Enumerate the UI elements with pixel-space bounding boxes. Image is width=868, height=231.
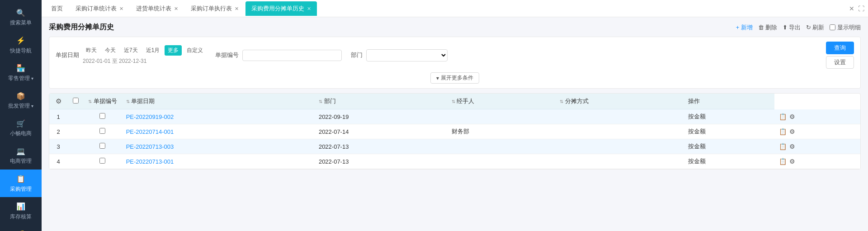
show-columns-checkbox[interactable] <box>830 24 835 30</box>
sort-icon-dept[interactable]: ⇅ <box>319 99 322 104</box>
row-checkbox-2[interactable] <box>99 143 105 149</box>
row-check-0 <box>84 109 122 124</box>
col-header-doc-no: ⇅ 单据编号 <box>84 94 122 109</box>
tab-purchase-order-exec[interactable]: 采购订单执行表✕ <box>185 1 245 16</box>
row-checkbox-1[interactable] <box>99 128 105 134</box>
table-row: 4 PE-20220713-001 2022-07-13 按金额 📋 ⚙ <box>49 154 860 169</box>
row-checkbox-0[interactable] <box>99 113 105 119</box>
table-row: 2 PE-20220714-001 2022-07-14 财务部 按金额 📋 ⚙ <box>49 124 860 139</box>
row-setting-2 <box>67 139 84 154</box>
row-actions-2: 📋 ⚙ <box>774 139 860 154</box>
table-row: 1 PE-20220919-002 2022-09-19 按金额 📋 ⚙ <box>49 109 860 124</box>
date-field: 单据日期 昨天 今天 近7天 近1月 更多 自定义 2022-01-01 至 2… <box>56 45 206 65</box>
row-dept-2 <box>447 139 556 154</box>
date-range-container: 昨天 今天 近7天 近1月 更多 自定义 2022-01-01 至 2022-1… <box>83 45 206 65</box>
col-header-split-method: ⇅ 分摊方式 <box>555 94 684 109</box>
refresh-icon: ↻ <box>806 24 811 31</box>
close-window-icon[interactable]: ✕ <box>849 5 854 12</box>
col-header-handler: ⇅ 经手人 <box>447 94 556 109</box>
sidebar-item-ecommerce-small[interactable]: 🛒小畅电商 <box>0 114 42 142</box>
row-more-btn-2[interactable]: ⚙ <box>789 143 795 150</box>
date-btn-7days[interactable]: 近7天 <box>121 45 141 56</box>
doc-no-link-0[interactable]: PE-20220919-002 <box>126 113 174 120</box>
row-checkbox-3[interactable] <box>99 158 105 164</box>
doc-no-link-1[interactable]: PE-20220714-001 <box>126 128 174 135</box>
expand-button[interactable]: ▾ 展开更多条件 <box>430 72 479 84</box>
delete-button[interactable]: 🗑 删除 <box>758 24 777 32</box>
sidebar-item-wholesale[interactable]: 📦批发管理 ▾ <box>0 87 42 114</box>
shortcut-icon: ⚡ <box>2 36 40 46</box>
delete-icon: 🗑 <box>758 24 764 31</box>
sort-icon-split[interactable]: ⇅ <box>560 99 563 104</box>
sidebar-item-label: 采购管理 <box>10 186 32 192</box>
row-split-method-3: 按金额 <box>684 154 774 169</box>
dept-select[interactable] <box>366 49 448 61</box>
date-btn-1month[interactable]: 近1月 <box>143 45 163 56</box>
row-edit-btn-1[interactable]: 📋 <box>779 128 787 135</box>
date-btn-today[interactable]: 今天 <box>102 45 119 56</box>
row-actions-0: 📋 ⚙ <box>774 109 860 124</box>
search-buttons: 查询 设置 <box>826 42 854 69</box>
tab-purchase-goods-stats[interactable]: 进货单统计表✕ <box>130 1 184 16</box>
export-button[interactable]: ⬆ 导出 <box>783 24 801 32</box>
sidebar-item-shortcut[interactable]: ⚡快捷导航 <box>0 31 42 59</box>
date-btn-yesterday[interactable]: 昨天 <box>83 45 100 56</box>
row-edit-btn-3[interactable]: 📋 <box>779 158 787 165</box>
sidebar-item-label: 电商管理 <box>10 158 32 164</box>
tab-close-purchase-fee-history[interactable]: ✕ <box>307 6 311 12</box>
refresh-button[interactable]: ↻ 刷新 <box>806 24 824 32</box>
query-button[interactable]: 查询 <box>826 42 854 54</box>
row-handler-1 <box>555 124 684 139</box>
tab-label-purchase-order-stats: 采购订单统计表 <box>75 5 117 13</box>
tab-close-purchase-goods-stats[interactable]: ✕ <box>174 6 178 12</box>
col-header-doc-date: ⇅ 单据日期 <box>122 94 314 109</box>
sidebar-item-retail[interactable]: 🏪零售管理 ▾ <box>0 59 42 86</box>
tab-close-purchase-order-stats[interactable]: ✕ <box>119 6 123 12</box>
settings-button[interactable]: 设置 <box>826 56 854 69</box>
tab-close-purchase-order-exec[interactable]: ✕ <box>235 6 239 12</box>
table-settings-icon[interactable]: ⚙ <box>56 97 61 105</box>
sidebar-item-finance[interactable]: 💰资金管理 <box>0 225 42 231</box>
maximize-window-icon[interactable]: ⛶ <box>858 5 864 12</box>
row-handler-3 <box>555 154 684 169</box>
ecommerce-icon: 💻 <box>2 146 40 156</box>
date-btn-more[interactable]: 更多 <box>165 45 182 56</box>
sidebar-item-search[interactable]: 🔍搜索菜单 <box>0 4 42 31</box>
sidebar-item-label: 快捷导航 <box>10 47 32 54</box>
sidebar-item-label: 零售管理 <box>8 75 30 81</box>
sort-icon-doc-date[interactable]: ⇅ <box>126 99 130 104</box>
doc-no-link-3[interactable]: PE-20220713-001 <box>126 158 174 165</box>
row-edit-btn-0[interactable]: 📋 <box>779 113 787 120</box>
sort-icon-handler[interactable]: ⇅ <box>452 99 455 104</box>
sidebar-item-ecommerce[interactable]: 💻电商管理 <box>0 142 42 170</box>
row-setting-1 <box>67 124 84 139</box>
row-more-btn-3[interactable]: ⚙ <box>789 158 795 165</box>
row-dept-3 <box>447 154 556 169</box>
sort-icon-doc-no[interactable]: ⇅ <box>88 99 92 104</box>
add-button[interactable]: + 新增 <box>736 24 753 32</box>
data-table: ⚙ ⇅ 单据编号 ⇅ 单据日期 <box>49 94 860 169</box>
export-icon: ⬆ <box>783 24 788 31</box>
doc-no-input[interactable] <box>242 50 342 61</box>
row-check-2 <box>84 139 122 154</box>
row-more-btn-0[interactable]: ⚙ <box>789 113 795 120</box>
row-split-method-1: 按金额 <box>684 124 774 139</box>
tab-purchase-order-stats[interactable]: 采购订单统计表✕ <box>70 1 129 16</box>
sidebar-item-purchase[interactable]: 📋采购管理 <box>0 170 42 197</box>
sidebar-item-inventory[interactable]: 📊库存核算 <box>0 197 42 225</box>
select-all-checkbox[interactable] <box>73 98 79 104</box>
table-header: ⚙ ⇅ 单据编号 ⇅ 单据日期 <box>49 94 860 109</box>
table-row: 3 PE-20220713-003 2022-07-13 按金额 📋 ⚙ <box>49 139 860 154</box>
row-edit-btn-2[interactable]: 📋 <box>779 143 787 150</box>
row-doc-no-1: PE-20220714-001 <box>122 124 314 139</box>
tab-purchase-fee-history[interactable]: 采购费用分摊单历史✕ <box>245 1 317 16</box>
page-header: 采购费用分摊单历史 + 新增 🗑 删除 ⬆ 导出 ↻ 刷新 显示明细 <box>49 23 861 32</box>
date-btn-custom[interactable]: 自定义 <box>184 45 206 56</box>
row-more-btn-1[interactable]: ⚙ <box>789 128 795 135</box>
doc-no-link-2[interactable]: PE-20220713-003 <box>126 143 174 150</box>
row-doc-no-2: PE-20220713-003 <box>122 139 314 154</box>
row-seq-3: 4 <box>49 154 67 169</box>
show-columns-toggle[interactable]: 显示明细 <box>830 24 861 32</box>
tab-home[interactable]: 首页 <box>45 1 69 16</box>
row-doc-date-0: 2022-09-19 <box>314 109 447 124</box>
